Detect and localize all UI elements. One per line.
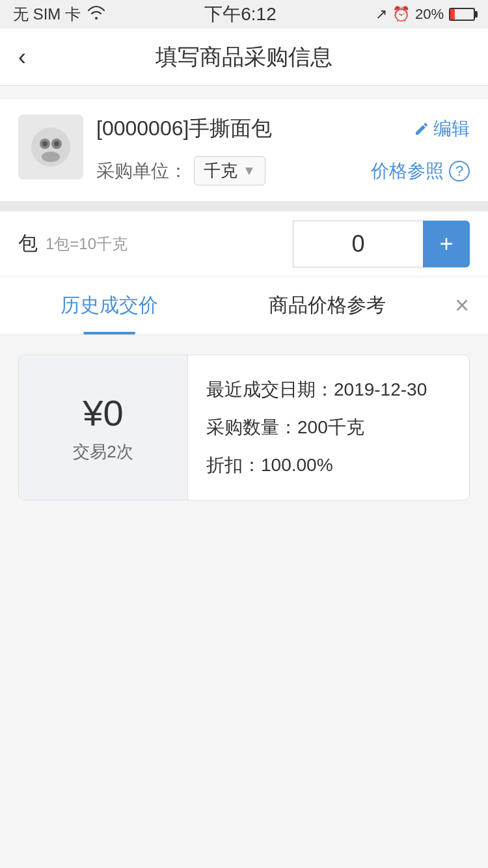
qty-input-field[interactable]: 0: [293, 221, 423, 267]
wifi-icon: [87, 5, 105, 23]
nav-bar: ‹ 填写商品采购信息: [0, 29, 488, 86]
qty-plus-button[interactable]: +: [423, 221, 470, 267]
discount-value: 100.00%: [261, 455, 333, 475]
page-title: 填写商品采购信息: [156, 42, 332, 72]
battery-icon: [449, 8, 475, 21]
discount-label: 折扣：: [206, 455, 261, 475]
alarm-icon: ⏰: [392, 6, 410, 23]
product-logo: [18, 115, 83, 180]
status-bar: 无 SIM 卡 下午6:12 ↗ ⏰ 20%: [0, 0, 488, 29]
svg-point-4: [54, 141, 59, 146]
section-divider: [0, 201, 488, 211]
qty-detail-label: 采购数量：: [206, 417, 297, 437]
price-amount-value: 0: [103, 392, 124, 433]
currency-symbol: ¥: [83, 392, 103, 433]
unit-value: 千克: [204, 159, 237, 182]
tab2-label: 商品价格参考: [269, 292, 386, 319]
price-card: ¥0 交易2次 最近成交日期：2019-12-30 采购数量：200千克 折扣：…: [18, 355, 470, 500]
qty-label-group: 包 1包=10千克: [18, 230, 128, 257]
edit-button[interactable]: 编辑: [414, 116, 470, 141]
qty-input-group: 0 +: [293, 221, 470, 267]
qty-unit-label: 包: [18, 230, 38, 257]
tab1-label: 历史成交价: [61, 292, 158, 319]
back-button[interactable]: ‹: [18, 44, 26, 71]
product-unit-row: 采购单位： 千克 ▼ 价格参照 ?: [96, 156, 470, 185]
tabs-bar: 历史成交价 商品价格参考 ×: [0, 277, 488, 335]
unit-select[interactable]: 千克 ▼: [194, 156, 265, 185]
price-card-left: ¥0 交易2次: [19, 355, 188, 500]
product-name: [0000006]手撕面包: [96, 115, 272, 143]
price-ref-help-icon: ?: [449, 161, 470, 182]
discount-row: 折扣：100.00%: [206, 452, 451, 479]
tab-underline: [83, 332, 135, 334]
svg-point-3: [42, 141, 47, 146]
recent-date-row: 最近成交日期：2019-12-30: [206, 376, 451, 403]
price-display: ¥0: [83, 392, 123, 434]
status-left: 无 SIM 卡: [13, 4, 105, 25]
unit-dropdown-arrow: ▼: [243, 163, 256, 178]
trades-count: 交易2次: [73, 441, 133, 463]
edit-label: 编辑: [433, 116, 470, 141]
price-ref-label: 价格参照: [371, 159, 444, 183]
carrier-text: 无 SIM 卡: [13, 4, 81, 25]
tab-product-price-ref[interactable]: 商品价格参考: [218, 277, 436, 334]
status-right: ↗ ⏰ 20%: [375, 6, 475, 23]
recent-date-value: 2019-12-30: [334, 379, 427, 400]
qty-row: 采购数量：200千克: [206, 414, 451, 441]
product-header: [0000006]手撕面包 编辑: [96, 115, 470, 143]
product-info: [0000006]手撕面包 编辑 采购单位： 千克 ▼ 价格参照 ?: [96, 115, 470, 185]
qty-conversion: 1包=10千克: [46, 234, 128, 254]
price-card-right: 最近成交日期：2019-12-30 采购数量：200千克 折扣：100.00%: [188, 355, 469, 500]
price-ref-button[interactable]: 价格参照 ?: [371, 159, 470, 183]
time-display: 下午6:12: [204, 2, 277, 27]
recent-date-label: 最近成交日期：: [206, 379, 334, 400]
location-icon: ↗: [375, 6, 387, 23]
tab-close-button[interactable]: ×: [436, 292, 488, 319]
battery-pct: 20%: [415, 6, 444, 23]
quantity-row: 包 1包=10千克 0 +: [0, 211, 488, 277]
history-content: ¥0 交易2次 最近成交日期：2019-12-30 采购数量：200千克 折扣：…: [0, 335, 488, 520]
tab-history-price[interactable]: 历史成交价: [0, 277, 218, 334]
bottom-panel: 历史成交价 商品价格参考 × ¥0 交易2次 最近成交日期：2019-12-30: [0, 277, 488, 520]
unit-label: 采购单位：: [96, 159, 187, 183]
product-card: [0000006]手撕面包 编辑 采购单位： 千克 ▼ 价格参照 ?: [0, 99, 488, 201]
svg-point-5: [42, 152, 60, 162]
qty-detail-value: 200千克: [297, 417, 364, 437]
